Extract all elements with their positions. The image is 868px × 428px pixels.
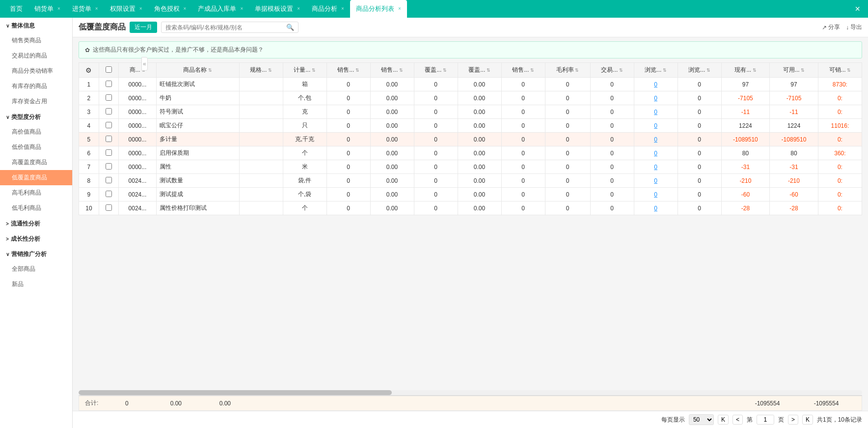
col-header-checkbox[interactable] xyxy=(99,63,118,78)
sidebar-collapse-btn[interactable]: « xyxy=(141,57,148,71)
sidebar-item-新品[interactable]: 新品 xyxy=(0,277,72,292)
col-header-browse2[interactable]: 浏览... ⇅ xyxy=(678,63,721,78)
sidebar-item-高覆盖度商品[interactable]: 高覆盖度商品 xyxy=(0,155,72,170)
sidebar-item-高价值商品[interactable]: 高价值商品 xyxy=(0,124,72,140)
nav-item-权限设置[interactable]: 权限设置× xyxy=(104,0,148,18)
col-header-sales3[interactable]: 销售... ⇅ xyxy=(501,63,545,78)
nav-item-单据模板设置[interactable]: 单据模板设置× xyxy=(249,0,306,18)
col-header-stock2[interactable]: 可用... ⇅ xyxy=(770,63,818,78)
next-page-btn[interactable]: > xyxy=(788,415,798,425)
sidebar-item-低覆盖度商品[interactable]: 低覆盖度商品 xyxy=(0,170,72,185)
row-checkbox-input[interactable] xyxy=(106,122,112,128)
row-checkbox[interactable] xyxy=(99,160,118,174)
row-checkbox-input[interactable] xyxy=(106,191,112,197)
col-header-code[interactable]: 商... ⇅ xyxy=(119,63,157,78)
nav-item-进货单[interactable]: 进货单× xyxy=(66,0,104,18)
col-header-browse1[interactable]: 浏览... ⇅ xyxy=(634,63,678,78)
browse-link[interactable]: 0 xyxy=(654,205,657,212)
row-checkbox[interactable] xyxy=(99,201,118,215)
sidebar-section-流通性分析[interactable]: >流通性分析 xyxy=(0,216,72,231)
nav-item-角色授权[interactable]: 角色授权× xyxy=(148,0,192,18)
row-browse1[interactable]: 0 xyxy=(634,146,678,160)
browse-link[interactable]: 0 xyxy=(654,95,657,102)
row-checkbox-input[interactable] xyxy=(106,163,112,170)
nav-item-close-icon[interactable]: × xyxy=(139,0,142,18)
browse-link[interactable]: 0 xyxy=(654,122,657,129)
sidebar-item-交易过的商品[interactable]: 交易过的商品 xyxy=(0,48,72,63)
col-header-gear[interactable]: ⚙ xyxy=(79,63,99,78)
nav-item-close-icon[interactable]: × xyxy=(398,0,401,18)
row-browse1[interactable]: 0 xyxy=(634,91,678,105)
export-button[interactable]: ↓ 导出 xyxy=(846,23,862,31)
row-checkbox[interactable] xyxy=(99,105,118,119)
row-browse1[interactable]: 0 xyxy=(634,119,678,133)
browse-link[interactable]: 0 xyxy=(654,177,657,184)
col-header-stock3[interactable]: 可销... ⇅ xyxy=(818,63,862,78)
col-header-name[interactable]: 商品名称 ⇅ xyxy=(156,63,239,78)
row-checkbox[interactable] xyxy=(99,133,118,146)
col-header-sales_amount[interactable]: 销售... ⇅ xyxy=(370,63,414,78)
nav-item-close-icon[interactable]: × xyxy=(297,0,300,18)
sidebar-item-商品分类动销率[interactable]: 商品分类动销率 xyxy=(0,63,72,79)
row-checkbox-input[interactable] xyxy=(106,204,112,211)
col-header-stock1[interactable]: 现有... ⇅ xyxy=(721,63,770,78)
row-checkbox[interactable] xyxy=(99,91,118,105)
row-browse1[interactable]: 0 xyxy=(634,105,678,119)
row-checkbox[interactable] xyxy=(99,188,118,201)
sidebar-item-低毛利商品[interactable]: 低毛利商品 xyxy=(0,200,72,216)
sidebar-item-低价值商品[interactable]: 低价值商品 xyxy=(0,140,72,155)
col-header-unit[interactable]: 计量... ⇅ xyxy=(283,63,326,78)
nav-item-close-icon[interactable]: × xyxy=(57,0,60,18)
share-button[interactable]: ↗ 分享 xyxy=(822,23,840,31)
select-all-checkbox[interactable] xyxy=(106,66,112,73)
search-input[interactable] xyxy=(165,24,286,31)
nav-item-销货单[interactable]: 销货单× xyxy=(28,0,66,18)
row-checkbox[interactable] xyxy=(99,146,118,160)
close-all-btn[interactable]: × xyxy=(851,4,864,14)
col-header-cover2[interactable]: 覆盖... ⇅ xyxy=(458,63,501,78)
row-checkbox-input[interactable] xyxy=(106,149,112,156)
sidebar-section-类型度分析[interactable]: ∨类型度分析 xyxy=(0,109,72,124)
nav-item-产成品入库单[interactable]: 产成品入库单× xyxy=(192,0,249,18)
row-checkbox[interactable] xyxy=(99,174,118,188)
per-page-select[interactable]: 50 20 100 xyxy=(689,414,714,425)
sidebar-item-有库存的商品[interactable]: 有库存的商品 xyxy=(0,79,72,94)
row-checkbox[interactable] xyxy=(99,119,118,133)
sidebar-section-整体信息[interactable]: ∨整体信息 xyxy=(0,18,72,33)
sidebar-item-销售类商品[interactable]: 销售类商品 xyxy=(0,33,72,48)
row-checkbox-input[interactable] xyxy=(106,177,112,183)
row-checkbox[interactable] xyxy=(99,78,118,91)
nav-item-close-icon[interactable]: × xyxy=(341,0,344,18)
nav-item-首页[interactable]: 首页 xyxy=(4,0,28,18)
filter-button[interactable]: 近一月 xyxy=(130,22,157,33)
page-input[interactable] xyxy=(757,415,774,425)
row-checkbox-input[interactable] xyxy=(106,94,112,101)
col-header-spec[interactable]: 规格... ⇅ xyxy=(239,63,283,78)
col-header-gross[interactable]: 毛利率 ⇅ xyxy=(545,63,590,78)
col-header-sales_qty[interactable]: 销售... ⇅ xyxy=(326,63,370,78)
row-browse1[interactable]: 0 xyxy=(634,174,678,188)
nav-item-close-icon[interactable]: × xyxy=(240,0,243,18)
row-browse1[interactable]: 0 xyxy=(634,78,678,91)
table-container[interactable]: ⚙商... ⇅商品名称 ⇅规格... ⇅计量... ⇅销售... ⇅销售... … xyxy=(73,58,868,388)
prev-page-btn[interactable]: < xyxy=(732,415,743,425)
row-browse1[interactable]: 0 xyxy=(634,201,678,215)
sidebar-section-成长性分析[interactable]: >成长性分析 xyxy=(0,231,72,246)
sidebar-item-全部商品[interactable]: 全部商品 xyxy=(0,261,72,277)
sidebar-item-库存资金占用[interactable]: 库存资金占用 xyxy=(0,94,72,109)
row-checkbox-input[interactable] xyxy=(106,108,112,114)
row-browse1[interactable]: 0 xyxy=(634,160,678,174)
browse-link[interactable]: 0 xyxy=(654,109,657,115)
row-checkbox-input[interactable] xyxy=(106,81,112,87)
browse-link[interactable]: 0 xyxy=(654,81,657,88)
browse-link[interactable]: 0 xyxy=(654,136,657,143)
sidebar-section-营销推广分析[interactable]: ∨营销推广分析 xyxy=(0,246,72,261)
scrollbar-area[interactable] xyxy=(79,390,862,395)
last-page-btn[interactable]: K xyxy=(802,415,813,425)
row-browse1[interactable]: 0 xyxy=(634,188,678,201)
nav-item-close-icon[interactable]: × xyxy=(184,0,187,18)
first-page-btn[interactable]: K xyxy=(718,415,729,425)
nav-item-商品分析列表[interactable]: 商品分析列表× xyxy=(350,0,407,18)
browse-link[interactable]: 0 xyxy=(654,150,657,157)
col-header-cover1[interactable]: 覆盖... ⇅ xyxy=(414,63,458,78)
